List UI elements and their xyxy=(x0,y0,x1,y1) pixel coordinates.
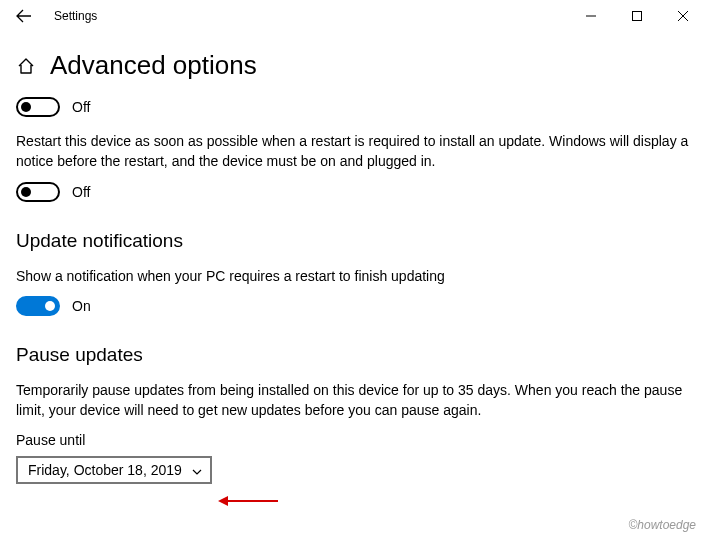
close-button[interactable] xyxy=(660,0,706,32)
watermark: ©howtoedge xyxy=(628,518,696,532)
window-controls xyxy=(568,0,706,32)
restart-description: Restart this device as soon as possible … xyxy=(16,131,690,172)
pause-until-label: Pause until xyxy=(16,432,690,448)
home-icon[interactable] xyxy=(16,56,36,76)
notifications-toggle-row: On xyxy=(16,296,690,316)
svg-rect-1 xyxy=(633,12,642,21)
page-header: Advanced options xyxy=(16,50,690,81)
pause-until-value: Friday, October 18, 2019 xyxy=(28,462,182,478)
maximize-icon xyxy=(632,11,642,21)
back-button[interactable] xyxy=(8,0,40,32)
minimize-icon xyxy=(586,11,596,21)
titlebar: Settings xyxy=(0,0,706,32)
notifications-heading: Update notifications xyxy=(16,230,690,252)
toggle-knob xyxy=(21,102,31,112)
window-title: Settings xyxy=(54,9,97,23)
content-area: Advanced options Off Restart this device… xyxy=(0,32,706,484)
toggle-knob xyxy=(21,187,31,197)
close-icon xyxy=(678,11,688,21)
maximize-button[interactable] xyxy=(614,0,660,32)
toggle-1-label: Off xyxy=(72,99,90,115)
notifications-toggle-label: On xyxy=(72,298,91,314)
toggle-knob xyxy=(45,301,55,311)
toggle-row-2: Off xyxy=(16,182,690,202)
chevron-down-icon xyxy=(192,462,202,478)
annotation-arrow xyxy=(218,494,278,510)
toggle-2-label: Off xyxy=(72,184,90,200)
toggle-2[interactable] xyxy=(16,182,60,202)
toggle-1[interactable] xyxy=(16,97,60,117)
page-title: Advanced options xyxy=(50,50,257,81)
notifications-desc: Show a notification when your PC require… xyxy=(16,266,690,286)
svg-marker-5 xyxy=(218,496,228,506)
minimize-button[interactable] xyxy=(568,0,614,32)
notifications-toggle[interactable] xyxy=(16,296,60,316)
toggle-row-1: Off xyxy=(16,97,690,117)
back-arrow-icon xyxy=(16,8,32,24)
pause-desc: Temporarily pause updates from being ins… xyxy=(16,380,690,421)
pause-heading: Pause updates xyxy=(16,344,690,366)
pause-until-dropdown[interactable]: Friday, October 18, 2019 xyxy=(16,456,212,484)
